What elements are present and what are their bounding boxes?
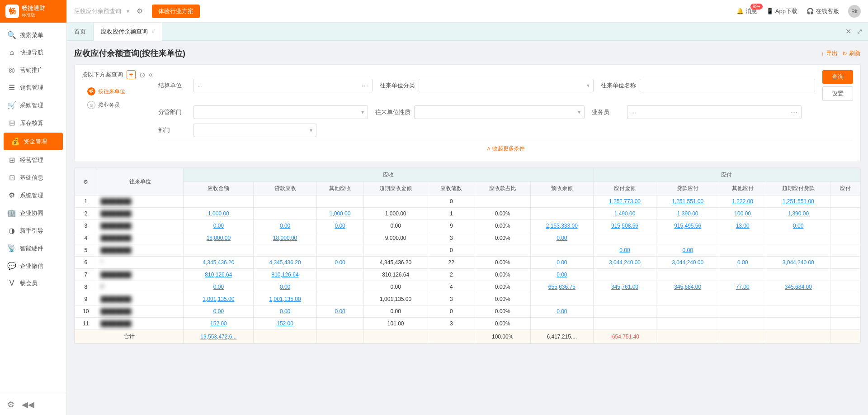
user-avatar[interactable]: Rit — [848, 5, 861, 18]
filter-collapse-icon[interactable]: « — [149, 71, 153, 79]
filter-dept: 部门 ▾ — [158, 124, 316, 137]
tab-bar: 首页 应收应付余额查询 × ✕ ⤢ — [67, 23, 868, 41]
filter-scheme-label: 按以下方案查询 — [82, 71, 123, 79]
filter-option-partner[interactable]: 畅 按往来单位 — [82, 85, 153, 98]
table-row: 7████████810,126.64810,126.64810,126.642… — [75, 269, 860, 281]
app-icon: 📱 — [766, 8, 774, 14]
tab-home-label: 首页 — [74, 28, 86, 36]
sidebar-icon-inventory: ⊟ — [7, 119, 16, 127]
sidebar-label-search: 搜索菜单 — [20, 31, 43, 39]
sidebar-item-ops[interactable]: ⊞ 经营管理 — [0, 151, 66, 169]
sidebar-item-guide[interactable]: ◑ 新手引导 — [0, 222, 66, 239]
settlement-select[interactable]: ··· ··· — [193, 79, 373, 92]
sidebar-icon-basic: ⊡ — [7, 173, 16, 182]
settings-bottom-icon[interactable]: ⚙ — [7, 400, 14, 410]
header-breadcrumb: 应收应付余额查询 — [74, 7, 121, 15]
filter-settlement-unit: 结算单位 ··· ··· — [158, 79, 373, 92]
sidebar-logo: 畅 畅捷通财 标准版 — [0, 0, 66, 23]
dept-select[interactable]: ▾ — [193, 124, 316, 137]
col-ap-suffix: 应付 — [830, 182, 860, 196]
col-ar-ratio: 应收款占比 — [475, 182, 530, 196]
header-chevron-icon[interactable]: ▾ — [127, 8, 129, 14]
service-icon: 🎧 — [807, 8, 814, 14]
table-row: 4████████18,000.0018,000.009,000.0030.00… — [75, 232, 860, 244]
sidebar-icon-system: ⚙ — [7, 191, 16, 200]
solution-button[interactable]: 体验行业方案 — [152, 5, 200, 18]
salesperson-select[interactable]: ··· ··· — [627, 105, 802, 119]
partner-name-input[interactable] — [640, 79, 815, 92]
settings-button[interactable]: 设置 — [822, 86, 853, 101]
sidebar-item-member[interactable]: V 畅会员 — [0, 275, 66, 292]
col-ar-amount: 应收金额 — [184, 182, 254, 196]
logo-icon: 畅 — [5, 5, 19, 18]
salesperson-dots[interactable]: ··· — [791, 108, 797, 117]
sidebar-bottom: ⚙ ◀◀ — [0, 394, 66, 415]
filter-fields: 结算单位 ··· ··· 往来单位分类 ▾ 往 — [158, 70, 853, 156]
sidebar-item-finance[interactable]: 💰 资金管理 — [4, 133, 63, 150]
sidebar-item-wechat[interactable]: 💬 企业微信 — [0, 257, 66, 275]
filter-option-salesperson[interactable]: ⊙ 按业务员 — [82, 98, 153, 112]
sidebar-item-hardware[interactable]: 📡 智能硬件 — [0, 239, 66, 257]
sidebar-item-purchase[interactable]: 🛒 采购管理 — [0, 96, 66, 114]
tab-ar-ap-close[interactable]: × — [151, 29, 155, 35]
table-container: ⚙ 往来单位 应收 应付 应收金额 贷款应收 其他应收 超期应收金额 应收笔数 … — [74, 167, 861, 344]
col-loan-ap: 贷款应付 — [656, 182, 719, 196]
col-overdue-ar: 超期应收金额 — [363, 182, 428, 196]
header-gear-icon[interactable]: ⚙ — [137, 7, 143, 15]
table-row: 10████████0.000.000.000.0000.00%0.00 — [75, 305, 860, 318]
total-ar-amount[interactable]: 19,553,472,6... — [184, 330, 254, 343]
filter-area: 按以下方案查询 + ⊙ « 畅 按往来单位 ⊙ 按业务员 结算 — [74, 64, 861, 162]
col-ar-count: 应收笔数 — [428, 182, 475, 196]
sidebar-item-inventory[interactable]: ⊟ 库存核算 — [0, 114, 66, 132]
data-table: ⚙ 往来单位 应收 应付 应收金额 贷款应收 其他应收 超期应收金额 应收笔数 … — [75, 168, 860, 343]
filter-add-button[interactable]: + — [127, 70, 136, 79]
sidebar-item-sales[interactable]: ☰ 销售管理 — [0, 79, 66, 96]
query-button[interactable]: 查询 — [822, 70, 853, 84]
app-download-button[interactable]: 📱 App下载 — [766, 7, 797, 15]
main-content: 应收应付余额查询(按往来单位) ↑ 导出 ↻ 刷新 按以下方案查询 + ⊙ « — [67, 41, 868, 415]
settlement-dots[interactable]: ··· — [362, 81, 368, 91]
refresh-button[interactable]: ↻ 刷新 — [842, 49, 861, 57]
table-row: 6^4,345,436.204,345,436.200.004,345,436.… — [75, 257, 860, 269]
total-ap-amount: -654,751.40 — [593, 330, 656, 343]
total-ar-ratio: 100.00% — [475, 330, 530, 343]
collapse-bottom-icon[interactable]: ◀◀ — [22, 400, 34, 410]
sidebar-label-inventory: 库存核算 — [20, 119, 43, 127]
filter-partner-name: 往来单位名称 — [601, 79, 815, 92]
top-header: 应收应付余额查询 ▾ ⚙ 体验行业方案 🔔 消息 99+ 📱 App下载 🎧 在… — [67, 0, 868, 23]
tab-ar-ap[interactable]: 应收应付余额查询 × — [94, 23, 162, 41]
tab-expand-icon[interactable]: ⤢ — [857, 27, 863, 36]
dept-mgr-arrow-icon: ▾ — [361, 109, 364, 115]
table-row: 3████████0.000.000.000.0090.00%2,153,333… — [75, 220, 860, 232]
logo-text: 畅捷通财 标准版 — [22, 5, 45, 18]
col-overdue-ap: 超期应付货款 — [766, 182, 830, 196]
sidebar-label-basic: 基础信息 — [20, 174, 43, 182]
sidebar-item-quick[interactable]: ⌂ 快捷导航 — [0, 44, 66, 61]
partner-name-label: 往来单位名称 — [601, 81, 636, 90]
filter-partner-nature: 往来单位性质 ▾ — [375, 105, 585, 119]
dept-mgr-select[interactable]: ▾ — [193, 105, 368, 119]
table-settings-icon[interactable]: ⚙ — [75, 168, 97, 196]
notifications-button[interactable]: 🔔 消息 99+ — [736, 7, 757, 15]
partner-category-select[interactable]: ▾ — [419, 79, 594, 92]
export-icon: ↑ — [821, 50, 825, 57]
sidebar-item-search[interactable]: 🔍 搜索菜单 — [0, 26, 66, 44]
table-row: 1████████01,252,773.001,251,551.001,222.… — [75, 196, 860, 208]
sidebar-item-corp[interactable]: 🏢 企业协同 — [0, 204, 66, 222]
table-row: 9████████1,001,135.001,001,135.001,001,1… — [75, 293, 860, 305]
tab-home[interactable]: 首页 — [67, 23, 94, 41]
col-ap-amount: 应付金额 — [593, 182, 656, 196]
page-title-bar: 应收应付余额查询(按往来单位) ↑ 导出 ↻ 刷新 — [74, 48, 861, 59]
col-loan-ar: 贷款应收 — [254, 182, 316, 196]
collapse-bar[interactable]: ∧ 收起更多条件 — [158, 141, 853, 156]
sidebar-item-system[interactable]: ⚙ 系统管理 — [0, 186, 66, 204]
export-button[interactable]: ↑ 导出 — [821, 49, 838, 57]
sidebar-item-basic[interactable]: ⊡ 基础信息 — [0, 169, 66, 186]
sidebar-icon-member: V — [7, 279, 16, 287]
tab-close-icon[interactable]: ✕ — [845, 27, 851, 36]
filter-set-icon[interactable]: ⊙ — [139, 71, 145, 79]
partner-nature-select[interactable]: ▾ — [414, 105, 585, 119]
sidebar-label-member: 畅会员 — [20, 279, 38, 287]
sidebar-item-marketing[interactable]: ◎ 营销推广 — [0, 61, 66, 79]
online-service-button[interactable]: 🎧 在线客服 — [807, 7, 839, 15]
